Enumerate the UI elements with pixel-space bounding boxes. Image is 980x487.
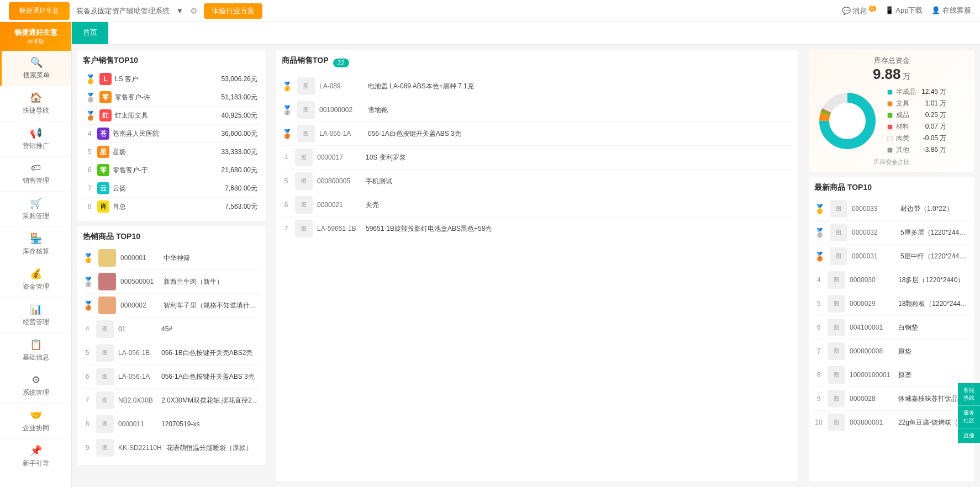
new-product-item: 7 图 000800008 原垫: [814, 340, 969, 363]
legend-dot: [887, 124, 893, 130]
legend-item: 成品 0.25 万: [887, 110, 946, 120]
product-thumbnail: 图: [830, 224, 847, 241]
customer-name: LS 客户: [115, 75, 218, 84]
medal-icon: 🥈: [282, 105, 293, 115]
customer-rank-row: 6 零 零售客户-于 21,680.00元: [83, 161, 260, 179]
product-name: 中华神箭: [164, 253, 260, 263]
sidebar-item-search[interactable]: 🔍 搜索菜单: [0, 51, 71, 86]
customer-name: 云扬: [113, 184, 222, 193]
customer-badge: L: [99, 73, 112, 85]
product-thumbnail: 图: [297, 77, 315, 95]
system-icon: ⚙: [31, 374, 40, 386]
new-product-item: 4 图 0000030 18多层（1220*2440）: [814, 268, 969, 292]
rank-number: 5: [85, 148, 94, 156]
gear-icon[interactable]: ⚙: [190, 6, 197, 16]
sidebar-label-operations: 经营管理: [23, 317, 49, 327]
product-code: 0000033: [852, 205, 896, 213]
sidebar-item-quick-nav[interactable]: 🏠 快捷导航: [0, 86, 71, 121]
new-product-item: 8 图 10000100001 原垄: [814, 363, 969, 387]
mid-column: 商品销售TOP 22 🥇 图 LA-089 电池盖 LA-089 ABS本色+黑…: [271, 45, 803, 487]
legend-label: 半成品: [896, 87, 918, 97]
product-name: 12070519-xs: [161, 420, 260, 428]
sidebar-item-system[interactable]: ⚙ 系统管理: [0, 368, 71, 404]
medal-icon: 🥇: [83, 253, 94, 263]
sidebar-item-finance[interactable]: 💰 资金管理: [0, 262, 71, 298]
legend-dot: [887, 113, 893, 118]
product-code: 0000011: [118, 420, 157, 428]
legend-dot: [887, 89, 893, 95]
product-name: 5层中纤（1220*2440）: [900, 252, 969, 261]
rank-number: 10: [814, 419, 823, 426]
product-sales-item: 6 图 0000021 夹壳: [282, 193, 792, 217]
app-download-btn[interactable]: 📱 App下载: [885, 6, 923, 15]
hot-product-item: 🥉 0000002 智利车子里（规格不知道填什么）: [83, 294, 260, 317]
sidebar-label-marketing: 营销推广: [23, 141, 49, 151]
new-product-item: 🥇 图 0000033 封边带（1.0*22）: [814, 197, 969, 221]
product-code: KK-SD22110H: [118, 444, 162, 452]
sidebar-label-system: 系统管理: [23, 388, 49, 398]
customer-name: 苍南县人民医院: [113, 129, 218, 139]
medal-icon: 🥉: [85, 110, 96, 121]
inventory-fund-card: 库存总资金 9.88 万: [809, 50, 974, 172]
medal-icon: 🥇: [85, 74, 96, 84]
rank-number: 6: [85, 166, 94, 174]
customer-ranking-list: 🥇 L LS 客户 53,006.26元 🥈 零 零售客户-许 51,183.0…: [83, 70, 260, 215]
product-thumbnail: 图: [830, 247, 847, 265]
product-thumbnail: 图: [830, 200, 847, 218]
product-thumbnail: 图: [96, 439, 114, 457]
product-name: 封边带（1.0*22）: [900, 204, 969, 214]
product-thumbnail: 图: [96, 344, 114, 362]
message-btn[interactable]: 💬 消息 6: [842, 6, 877, 16]
donut-chart: [814, 88, 881, 154]
legend-item: 其他 -3.86 万: [887, 145, 946, 155]
medal-icon: 🥇: [814, 204, 825, 214]
customer-amount: 40,925.00元: [222, 111, 257, 120]
legend-label: 成品: [896, 110, 918, 120]
rank-number: 8: [83, 420, 92, 428]
product-name: 056-1B白色按键开关壳ABS2壳: [161, 348, 260, 358]
product-name: 45#: [161, 325, 260, 333]
product-code: LA-056-1A: [118, 373, 157, 380]
sidebar-item-purchase[interactable]: 🛒 采购管理: [0, 192, 71, 227]
purchase-icon: 🛒: [30, 197, 42, 209]
rank-number: 6: [282, 201, 291, 209]
product-thumbnail: 图: [295, 172, 313, 190]
legend-value: 0.07 万: [925, 122, 947, 131]
hot-product-item: 8 图 0000011 12070519-xs: [83, 412, 260, 436]
sidebar-item-marketing[interactable]: 📢 营销推广: [0, 121, 71, 157]
product-sales-item: 4 图 0000017 10S 变利罗浆: [282, 146, 792, 170]
sidebar-item-sales[interactable]: 🏷 销售管理: [0, 157, 71, 192]
product-code: 0000030: [850, 276, 894, 284]
online-service-btn[interactable]: 👤 在线客服: [931, 6, 971, 15]
logo-sub: 标准版: [28, 38, 44, 45]
float-customer-service[interactable]: 客服 热线: [958, 383, 980, 406]
sidebar-item-basics[interactable]: 📋 基础信息: [0, 333, 71, 368]
customer-badge: 云: [97, 182, 109, 194]
product-name: 新西兰牛肉（新牛）: [164, 277, 260, 287]
product-thumbnail: 图: [96, 391, 114, 409]
product-sales-count: 22: [333, 59, 349, 67]
inventory-legend: 半成品 12.45 万 文具 1.01 万 成品 0.25 万 材料 0.07 …: [887, 87, 946, 155]
float-buttons: 客服 热线 服务 社区 直播: [958, 383, 980, 443]
dropdown-icon[interactable]: ▼: [176, 7, 183, 15]
new-product-item: 🥈 图 0000032 5厘多层（1220*2440）: [814, 221, 969, 245]
float-community[interactable]: 服务 社区: [958, 406, 980, 428]
product-name: 智利车子里（规格不知道填什么）: [164, 301, 260, 310]
customer-name: 零售客户-于: [113, 166, 218, 175]
float-live[interactable]: 直播: [958, 428, 980, 443]
customer-ranking-title: 客户销售TOP10: [83, 56, 260, 66]
sidebar-item-inventory[interactable]: 🏪 库存核算: [0, 227, 71, 262]
product-code: LA-056-1B: [118, 349, 157, 357]
hot-product-item: 🥇 0000001 中华神箭: [83, 246, 260, 270]
new-product-item: 9 图 0000028 体城嘉枝味苏打饮品400毫升（1*15）: [814, 387, 969, 411]
sidebar-item-coop[interactable]: 🤝 企业协同: [0, 404, 71, 439]
customer-badge: 星: [97, 146, 109, 158]
product-sales-item: 🥇 图 LA-089 电池盖 LA-089 ABS本色+黑种 7.1克: [282, 75, 792, 98]
sidebar-item-operations[interactable]: 📊 经营管理: [0, 298, 71, 333]
trial-button[interactable]: 体验行业方案: [204, 3, 262, 19]
product-thumbnail: 图: [828, 319, 845, 336]
rank-number: 7: [85, 184, 94, 192]
sidebar-item-guide[interactable]: 📌 新手引导: [0, 439, 71, 474]
tab-home[interactable]: 首页: [72, 22, 108, 44]
customer-name: 星扬: [113, 147, 218, 157]
